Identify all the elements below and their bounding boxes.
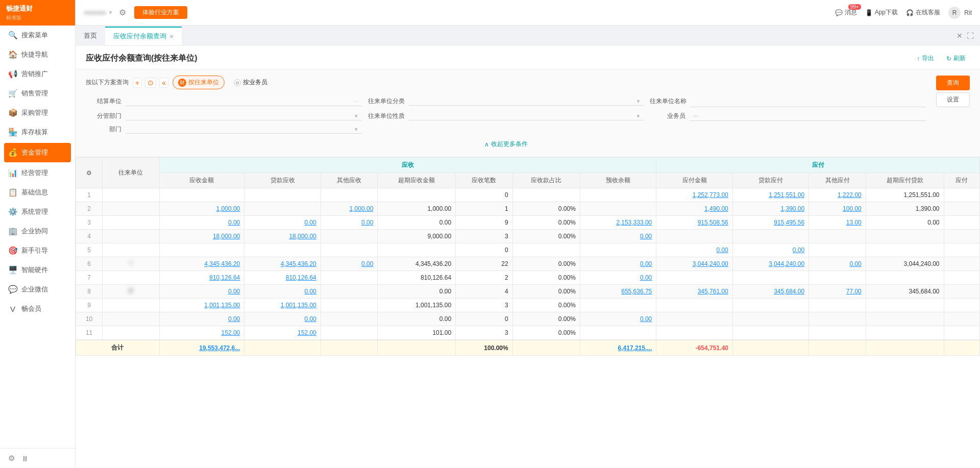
col-ys-overdue: 超期应收金额 [378, 173, 456, 188]
filter-field-wanglai-nature: 往来单位性质 ▼ [368, 111, 644, 121]
sidebar-logo-text: 畅捷通财 [6, 4, 33, 13]
sidebar-item-finance[interactable]: 💰 资金管理 [4, 143, 71, 162]
tab-home[interactable]: 首页 [76, 27, 105, 44]
close-window-icon[interactable]: ✕ [957, 32, 963, 40]
dept-manage-select[interactable]: ▼ [126, 112, 362, 120]
wanglai-nature-select[interactable]: ▼ [409, 112, 644, 120]
wanglai-name-input[interactable] [691, 95, 926, 107]
tab-bar: 首页 应收应付余额查询 ✕ ✕ ⛶ [76, 26, 980, 46]
col-ys-amount: 应收金额 [159, 173, 244, 188]
table-row: 6^4,345,436.204,345,436.200.004,345,436.… [76, 257, 980, 271]
jiesuan-select[interactable]: ··· [126, 96, 362, 106]
export-button[interactable]: ↑ 导出 [913, 52, 938, 65]
sidebar-item-quicknav[interactable]: 🏠 快捷导航 [0, 45, 75, 64]
col-settings-header[interactable]: ⚙ [76, 158, 103, 188]
table-row: 101,252,773.001,251,551.001,222.001,251,… [76, 188, 980, 202]
wanglai-classify-label: 往来单位分类 [368, 97, 405, 106]
sidebar-item-label-marketing: 营销推广 [21, 69, 48, 79]
tab-arbalance-label: 应收应付余额查询 [113, 32, 166, 41]
refresh-button[interactable]: ↻ 刷新 [942, 52, 970, 65]
col-yf-col: 应付 [944, 173, 979, 188]
wanglai-classify-select[interactable]: ▼ [409, 97, 644, 106]
sidebar-item-label-quicknav: 快捷导航 [21, 50, 48, 59]
target-icon: 🎯 [8, 246, 17, 255]
sidebar-item-inventory[interactable]: 🏪 库存核算 [0, 122, 75, 142]
sidebar-item-label-sales: 销售管理 [21, 89, 48, 98]
sidebar-item-label-base: 基础信息 [21, 188, 48, 197]
main-content: 首页 应收应付余额查询 ✕ ✕ ⛶ 应收应付余额查询(按往来单位) ↑ 导出 ↻… [76, 26, 980, 468]
sidebar-item-label-system: 系统管理 [21, 207, 48, 216]
page-title: 应收应付余额查询(按往来单位) [86, 53, 198, 64]
user-name: Rit [964, 9, 972, 16]
filter-field-wanglai-name: 往来单位名称 [650, 95, 926, 107]
app-label: App下载 [875, 8, 898, 17]
filter-collapse-button[interactable]: ∧ 收起更多条件 [86, 138, 926, 151]
page-actions: ↑ 导出 ↻ 刷新 [913, 52, 970, 65]
edit-scheme-button[interactable]: ⊙ [145, 78, 156, 88]
topbar-service[interactable]: 🎧 在线客服 [906, 8, 940, 17]
table-row: 8P0.000.000.0040.00%655,636.75345,761.00… [76, 285, 980, 299]
footer-ys-amount[interactable]: 19,553,472,6... [159, 340, 244, 356]
sidebar-item-operations[interactable]: 📊 经营管理 [0, 163, 75, 183]
sidebar-item-corp[interactable]: 🏢 企业协同 [0, 221, 75, 241]
salesperson-value: ··· [693, 112, 923, 119]
sidebar-item-system[interactable]: ⚙️ 系统管理 [0, 202, 75, 221]
collapse-scheme-button[interactable]: « [159, 78, 168, 88]
collapse-icon[interactable]: ⏸ [21, 454, 29, 463]
table-row: 7810,126.64810,126.64810,126.6420.00%0.0… [76, 271, 980, 285]
filter-row-2: 分管部门 ▼ 往来单位性质 ▼ [86, 111, 926, 121]
sidebar-item-label-hardware: 智能硬件 [21, 265, 48, 275]
filter-field-jiesuan: 结算单位 ··· [86, 95, 362, 107]
sidebar-item-marketing[interactable]: 📢 营销推广 [0, 64, 75, 84]
query-button[interactable]: 查询 [936, 76, 970, 90]
tab-close-icon[interactable]: ✕ [169, 34, 174, 39]
add-scheme-button[interactable]: + [133, 78, 142, 88]
table-body: 101,252,773.001,251,551.001,222.001,251,… [76, 188, 980, 340]
topbar: ■■■■■■ ▼ ⚙ 体验行业方案 💬 消息 99+ 📱 App下载 🎧 在线客… [76, 0, 980, 26]
sidebar-item-base[interactable]: 📋 基础信息 [0, 183, 75, 202]
col-yf-other: 其他应付 [809, 173, 866, 188]
sidebar-item-label-weixin: 企业微信 [21, 285, 48, 294]
filter-row-3: 部门 ▼ [86, 125, 926, 134]
sidebar-bottom: ⚙ ⏸ [0, 448, 75, 468]
filter-option-partner[interactable]: 财 按往来单位 [173, 76, 225, 89]
dept-select[interactable]: ▼ [126, 126, 362, 134]
maximize-window-icon[interactable]: ⛶ [967, 32, 974, 40]
dept-arrow-icon: ▼ [354, 127, 359, 132]
sidebar-item-weixin[interactable]: 💬 企业微信 [0, 280, 75, 299]
sidebar-item-label-search: 搜索菜单 [21, 31, 48, 40]
salesperson-select[interactable]: ··· [690, 111, 926, 121]
topbar-messages[interactable]: 💬 消息 99+ [835, 8, 857, 17]
page-header: 应收应付余额查询(按往来单位) ↑ 导出 ↻ 刷新 [76, 46, 980, 69]
gear-icon: ⚙️ [8, 207, 17, 216]
sidebar-logo: 畅捷通财 标准版 [0, 0, 75, 26]
filter-row-1: 结算单位 ··· 往来单位分类 ▼ [86, 95, 926, 107]
sidebar-item-guide[interactable]: 🎯 新手引导 [0, 241, 75, 260]
table-row: 30.000.000.000.0090.00%2,153,333.00915,5… [76, 216, 980, 230]
sidebar-item-hardware[interactable]: 🖥️ 智能硬件 [0, 260, 75, 280]
wanglai-nature-arrow-icon: ▼ [635, 113, 641, 119]
sidebar-item-member[interactable]: V 畅会员 [0, 299, 75, 318]
settings-bottom-icon[interactable]: ⚙ [8, 454, 15, 463]
topbar-user[interactable]: R Rit [948, 7, 972, 19]
col-ys-count: 应收笔数 [456, 173, 513, 188]
col-settings-icon[interactable]: ⚙ [86, 169, 92, 177]
filter-field-dept-manage: 分管部门 ▼ [86, 111, 362, 121]
topbar-promo-button[interactable]: 体验行业方案 [134, 6, 187, 19]
footer-ys-prepay[interactable]: 6,417,215.... [580, 340, 656, 356]
query-btn-wrap: 查询 设置 [932, 76, 970, 107]
sidebar-item-search[interactable]: 🔍 搜索菜单 [0, 26, 75, 45]
topbar-gear-icon[interactable]: ⚙ [119, 8, 126, 17]
jiesuan-dots-icon[interactable]: ··· [354, 97, 359, 105]
sidebar-item-sales[interactable]: 🛒 销售管理 [0, 84, 75, 103]
filter-option-salesperson[interactable]: ○ 按业务员 [229, 76, 273, 89]
export-icon: ↑ [917, 55, 920, 62]
sidebar-item-purchase[interactable]: 📦 采购管理 [0, 103, 75, 122]
topbar-app-download[interactable]: 📱 App下载 [865, 8, 898, 17]
setting-button[interactable]: 设置 [936, 92, 970, 107]
tab-arbalance[interactable]: 应收应付余额查询 ✕ [105, 27, 182, 45]
app-icon: 📱 [865, 9, 873, 16]
breadcrumb-text: ■■■■■■ [84, 9, 106, 16]
table-row: 11152.00152.00101.0030.00% [76, 326, 980, 340]
chart-icon: 📊 [8, 168, 17, 178]
